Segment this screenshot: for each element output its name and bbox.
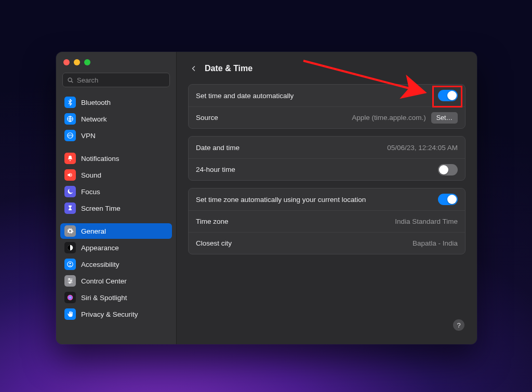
sidebar-item-label: General: [81, 227, 106, 235]
row-value-area: Apple (time.apple.com.)Set…: [352, 112, 458, 124]
row-label: 24-hour time: [196, 166, 235, 173]
toggle-switch[interactable]: [438, 164, 458, 175]
sidebar-item-label: Screen Time: [81, 205, 121, 212]
contrast-icon: [64, 242, 76, 253]
close-button[interactable]: [63, 59, 70, 65]
row-value-area: Bapatla - India: [413, 239, 458, 247]
sidebar-item-screentime[interactable]: Screen Time: [60, 200, 172, 216]
page-title: Date & Time: [205, 64, 252, 73]
sidebar-spacer: [60, 217, 172, 223]
svg-point-8: [70, 263, 71, 264]
row-label: Time zone: [196, 218, 229, 225]
sidebar-item-sound[interactable]: Sound: [60, 167, 172, 183]
settings-window: Wi-FiBluetoothNetworkVPNVPNNotifications…: [56, 52, 477, 344]
gear-icon: [64, 225, 76, 237]
row-value: Apple (time.apple.com.): [352, 114, 426, 121]
sidebar-item-appearance[interactable]: Appearance: [60, 240, 172, 255]
row-value: 05/06/23, 12:24:05 AM: [387, 144, 458, 152]
window-traffic-lights: [56, 57, 176, 73]
sidebar-item-privacy[interactable]: Privacy & Security: [60, 306, 172, 322]
sidebar-scroll[interactable]: Wi-FiBluetoothNetworkVPNVPNNotifications…: [56, 92, 176, 344]
sliders-icon: [64, 275, 76, 287]
sidebar-item-label: Notifications: [81, 155, 119, 163]
settings-group: Set time zone automatically using your c…: [188, 188, 466, 254]
sidebar-item-wifi[interactable]: Wi-Fi: [60, 92, 172, 93]
toggle-switch[interactable]: [438, 90, 458, 101]
vpn-icon: VPN: [64, 130, 76, 141]
svg-point-12: [71, 280, 72, 281]
settings-group: Set time and date automaticallySourceApp…: [188, 84, 466, 129]
sidebar-spacer: [60, 144, 172, 151]
settings-row: Time zoneIndia Standard Time: [189, 210, 465, 232]
row-value-area: India Standard Time: [395, 218, 458, 225]
hand-icon: [64, 308, 76, 320]
sidebar-item-label: VPN: [81, 132, 96, 140]
settings-row: Date and time05/06/23, 12:24:05 AM: [189, 137, 465, 158]
settings-row: Closest cityBapatla - India: [189, 232, 465, 254]
search-field[interactable]: [62, 73, 170, 87]
sidebar-item-notifications[interactable]: Notifications: [60, 151, 172, 166]
chevron-left-icon: [191, 65, 197, 72]
sidebar-item-label: Control Center: [81, 277, 127, 285]
sidebar-item-label: Sound: [81, 171, 101, 179]
settings-row: SourceApple (time.apple.com.)Set…: [189, 106, 465, 128]
sidebar-item-label: Bluetooth: [81, 99, 111, 106]
sidebar-item-label: Appearance: [81, 244, 119, 252]
help-button[interactable]: ?: [453, 319, 464, 331]
row-label: Date and time: [196, 144, 240, 152]
speaker-icon: [64, 169, 76, 181]
titlebar: Date & Time: [188, 61, 466, 76]
svg-point-15: [68, 295, 73, 301]
globe-icon: [64, 113, 76, 125]
sidebar-item-accessibility[interactable]: Accessibility: [60, 256, 172, 272]
row-label: Set time zone automatically using your c…: [196, 196, 366, 204]
row-label: Source: [196, 114, 218, 121]
person-icon: [64, 259, 76, 270]
row-value: India Standard Time: [395, 218, 458, 225]
settings-group: Date and time05/06/23, 12:24:05 AM24-hou…: [188, 136, 466, 181]
toggle-knob: [447, 91, 457, 100]
row-label: Closest city: [196, 239, 232, 247]
zoom-button[interactable]: [84, 59, 90, 65]
settings-row: Set time zone automatically using your c…: [189, 188, 465, 210]
sidebar-item-label: Privacy & Security: [81, 310, 138, 318]
sidebar-item-bluetooth[interactable]: Bluetooth: [60, 94, 172, 110]
row-value: Bapatla - India: [413, 239, 458, 247]
sidebar-item-label: Network: [81, 115, 107, 123]
sidebar-item-network[interactable]: Network: [60, 111, 172, 127]
svg-point-7: [68, 262, 73, 267]
sidebar-item-general[interactable]: General: [60, 223, 172, 239]
row-label: Set time and date automatically: [196, 92, 294, 100]
bluetooth-icon: [64, 97, 76, 108]
sidebar-item-label: Siri & Spotlight: [81, 294, 127, 302]
sidebar: Wi-FiBluetoothNetworkVPNVPNNotifications…: [56, 52, 177, 344]
svg-text:VPN: VPN: [68, 134, 73, 137]
svg-point-14: [69, 282, 70, 283]
sidebar-item-vpn[interactable]: VPNVPN: [60, 128, 172, 143]
minimize-button[interactable]: [74, 59, 80, 65]
settings-row: Set time and date automatically: [189, 85, 465, 106]
row-value-area: [438, 194, 458, 205]
toggle-knob: [447, 195, 457, 204]
sidebar-item-controlcenter[interactable]: Control Center: [60, 273, 172, 289]
sidebar-item-focus[interactable]: Focus: [60, 184, 172, 199]
sidebar-item-label: Accessibility: [81, 261, 119, 268]
row-value-area: [438, 164, 458, 175]
search-input[interactable]: [77, 76, 165, 84]
sidebar-item-label: Focus: [81, 188, 100, 196]
row-value-area: [438, 90, 458, 101]
siri-icon: [64, 292, 76, 303]
sidebar-item-siri[interactable]: Siri & Spotlight: [60, 290, 172, 305]
search-icon: [67, 77, 74, 84]
svg-point-10: [69, 278, 70, 279]
bell-icon: [64, 153, 76, 164]
set-button[interactable]: Set…: [431, 112, 458, 124]
back-button[interactable]: [188, 63, 200, 74]
settings-row: 24-hour time: [189, 158, 465, 180]
toggle-knob: [439, 165, 448, 174]
hourglass-icon: [64, 202, 76, 214]
svg-line-1: [71, 81, 73, 83]
moon-icon: [64, 186, 76, 197]
row-value-area: 05/06/23, 12:24:05 AM: [387, 144, 458, 152]
toggle-switch[interactable]: [438, 194, 458, 205]
